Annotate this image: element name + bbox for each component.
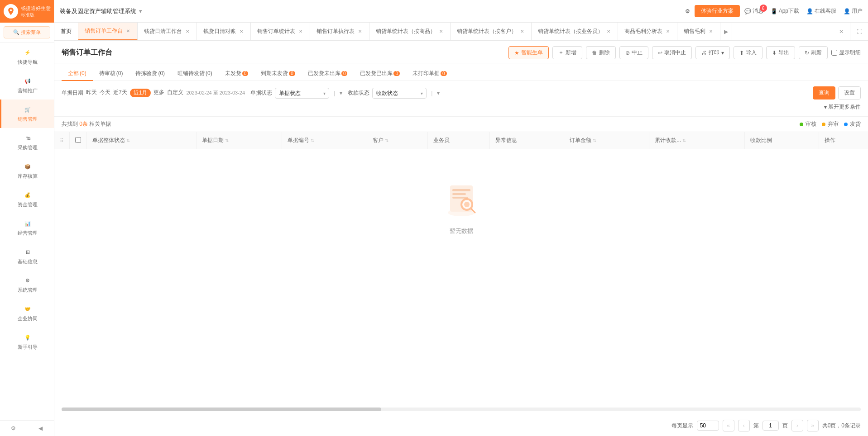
cancel-review-action[interactable]: 弃审	[822, 120, 839, 128]
sidebar-item-quick-nav[interactable]: ⚡ 快捷导航	[0, 43, 54, 71]
tab-close-sales-workbench[interactable]: ✕	[125, 28, 131, 34]
page-number-input[interactable]	[762, 421, 779, 431]
payment-select[interactable]: 收款状态	[372, 88, 427, 99]
close-all-tabs-button[interactable]: ✕	[832, 23, 850, 41]
yesterday-link[interactable]: 昨天	[86, 89, 97, 97]
subtab-all[interactable]: 全部(0)	[62, 67, 93, 81]
tab-close-gross-profit[interactable]: ✕	[665, 28, 671, 35]
refresh-button[interactable]: ↻ 刷新	[799, 46, 828, 59]
subtab-pending-check[interactable]: 待拣验货(0)	[129, 67, 171, 81]
online-service-button[interactable]: 👤 在线客服	[806, 7, 836, 15]
import-button[interactable]: ⬆ 导入	[734, 46, 762, 59]
title-dropdown-icon[interactable]: ▾	[139, 8, 142, 14]
tab-close-sales-exec[interactable]: ✕	[357, 28, 363, 35]
more-link[interactable]: 更多	[153, 89, 164, 97]
th-staff: 业务员	[428, 132, 490, 149]
select-all-checkbox[interactable]	[75, 137, 81, 143]
tab-close-sales-stat-staff[interactable]: ✕	[606, 28, 611, 35]
tab-close-cash-reconcile[interactable]: ✕	[239, 28, 244, 35]
circle-gear-icon: ⚙	[23, 276, 32, 285]
sidebar-item-inventory[interactable]: 📦 库存核算	[0, 156, 54, 185]
add-button[interactable]: ＋ 新增	[552, 46, 582, 59]
tabs-more-button[interactable]: ▶	[720, 23, 732, 40]
subtab-not-printed[interactable]: 未打印单据0	[406, 67, 453, 81]
tab-close-sales-profit[interactable]: ✕	[708, 28, 714, 35]
user-menu-button[interactable]: 👤 用户	[844, 7, 863, 15]
last-page-button[interactable]: »	[807, 420, 819, 431]
sidebar-item-guide[interactable]: 💡 新手引导	[0, 327, 54, 356]
th-date[interactable]: 单据日期	[197, 132, 282, 149]
subtab-shipped-not-out[interactable]: 已发货未出库0	[302, 67, 354, 81]
tab-sales-stats[interactable]: 销售订单统计表 ✕	[251, 23, 310, 40]
message-button[interactable]: 💬 消息 6	[744, 7, 763, 15]
custom-link[interactable]: 自定义	[167, 89, 183, 97]
th-status[interactable]: 单据整体状态	[87, 132, 197, 149]
sidebar-item-basic[interactable]: ⊞ 基础信息	[0, 242, 54, 270]
th-customer[interactable]: 客户	[367, 132, 428, 149]
ship-action[interactable]: 发货	[844, 120, 861, 128]
sidebar-settings-button[interactable]: ⚙	[0, 421, 27, 436]
cancel-stop-button[interactable]: ↩ 取消中止	[652, 46, 692, 59]
tab-sales-exec[interactable]: 销售订单执行表 ✕	[310, 23, 369, 40]
settings-button[interactable]: 设置	[838, 86, 861, 100]
today-link[interactable]: 今天	[100, 89, 110, 97]
query-button[interactable]: 查询	[813, 86, 835, 100]
sidebar-item-marketing[interactable]: 📢 营销推广	[0, 71, 54, 100]
1month-link[interactable]: 近1月	[130, 89, 151, 97]
first-page-button[interactable]: «	[723, 420, 734, 431]
next-page-button[interactable]: ›	[791, 420, 803, 431]
subtab-overdue-not-shipped[interactable]: 到期未发货0	[254, 67, 302, 81]
status-select[interactable]: 单据状态	[275, 88, 329, 99]
th-number[interactable]: 单据编号	[282, 132, 367, 149]
tab-cash-reconcile[interactable]: 钱货日清对账 ✕	[197, 23, 251, 40]
show-detail-label[interactable]: 显示明细	[831, 49, 861, 57]
sidebar-item-operations[interactable]: 📊 经营管理	[0, 213, 54, 242]
7days-link[interactable]: 近7天	[113, 89, 127, 97]
topbar-gear-button[interactable]: ⚙	[685, 8, 690, 14]
tab-cash-daily[interactable]: 钱货日清工作台 ✕	[138, 23, 197, 40]
tab-sales-stat-product[interactable]: 销货单统计表（按商品） ✕	[369, 23, 451, 40]
tab-sales-stat-customer[interactable]: 销货单统计表（按客户） ✕	[451, 23, 532, 40]
maximize-button[interactable]: ⛶	[850, 23, 868, 41]
not-printed-badge: 0	[441, 71, 447, 76]
subtab-shipped-out[interactable]: 已发货已出库0	[354, 67, 406, 81]
export-button[interactable]: ⬇ 导出	[766, 46, 795, 59]
print-button[interactable]: 🖨 打印 ▾	[695, 46, 730, 59]
tab-close-sales-stats[interactable]: ✕	[298, 28, 303, 35]
tab-sales-workbench[interactable]: 销售订单工作台 ✕	[78, 23, 138, 40]
scroll-thumb[interactable]	[62, 408, 381, 411]
message-badge: 6	[760, 5, 767, 12]
sidebar-item-enterprise[interactable]: 🤝 企业协同	[0, 299, 54, 327]
sidebar-item-sales[interactable]: 🛒 销售管理	[0, 100, 54, 128]
tab-sales-profit[interactable]: 销售毛利 ✕	[677, 23, 720, 40]
sidebar-item-system[interactable]: ⚙ 系统管理	[0, 270, 54, 299]
page-size-select[interactable]: 10 20 50 100	[697, 421, 719, 431]
horizontal-scrollbar[interactable]	[62, 408, 861, 411]
th-collected[interactable]: 累计收款...	[649, 132, 745, 149]
show-detail-checkbox[interactable]	[831, 50, 837, 56]
tab-home[interactable]: 首页	[54, 23, 78, 40]
subtab-wangpu-ship[interactable]: 旺铺待发货(0)	[171, 67, 219, 81]
prev-page-button[interactable]: ‹	[738, 420, 750, 431]
sidebar-item-purchase[interactable]: 🛍 采购管理	[0, 128, 54, 156]
subtab-not-shipped[interactable]: 未发货0	[219, 67, 255, 81]
sidebar-collapse-button[interactable]: ◀	[27, 421, 54, 436]
sidebar-item-finance[interactable]: 💰 资金管理	[0, 185, 54, 213]
stop-button[interactable]: ⊘ 中止	[619, 46, 648, 59]
delete-button[interactable]: 🗑 删除	[586, 46, 616, 59]
industry-plan-button[interactable]: 体验行业方案	[695, 5, 740, 17]
import-icon: ⬆	[739, 50, 744, 56]
tab-close-sales-stat-product[interactable]: ✕	[438, 28, 444, 35]
review-action[interactable]: 审核	[800, 120, 816, 128]
subtab-pending-review[interactable]: 待审核(0)	[93, 67, 129, 81]
data-table-wrap: ⠿ 单据整体状态 单据日期 单据编号	[54, 132, 868, 408]
app-download-button[interactable]: 📱 App下载	[771, 7, 799, 15]
tab-gross-profit[interactable]: 商品毛利分析表 ✕	[618, 23, 677, 40]
th-amount[interactable]: 订单金额	[564, 132, 649, 149]
tab-close-cash-daily[interactable]: ✕	[185, 28, 190, 35]
search-menu-button[interactable]: 🔍 搜索菜单	[4, 26, 50, 38]
expand-filter-button[interactable]: ▾ 展开更多条件	[824, 103, 861, 111]
tab-close-sales-stat-customer[interactable]: ✕	[519, 28, 525, 35]
tab-sales-stat-staff[interactable]: 销货单统计表（按业务员） ✕	[532, 23, 618, 40]
smart-create-button[interactable]: ★ 智能生单	[508, 46, 549, 59]
